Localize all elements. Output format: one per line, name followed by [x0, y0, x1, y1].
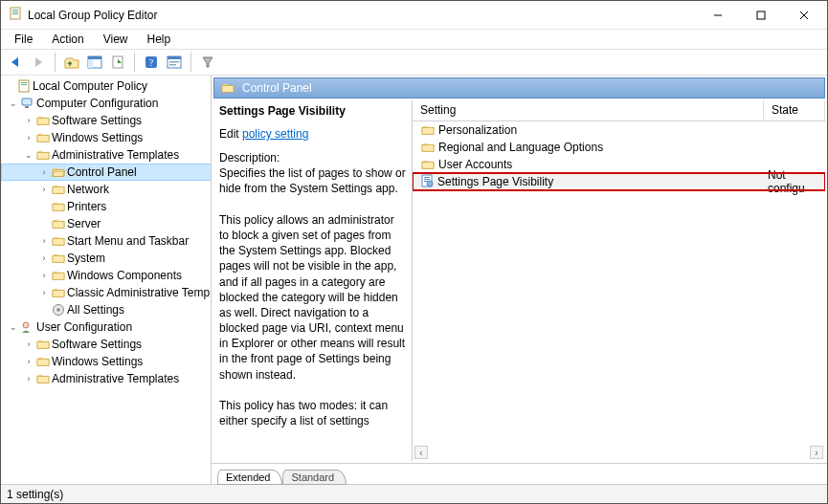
toolbar-export-button[interactable]: [107, 52, 128, 73]
user-icon: [20, 321, 34, 333]
tree-label: Network: [65, 183, 109, 196]
expand-icon[interactable]: ›: [37, 253, 51, 263]
tree-label: Windows Settings: [50, 131, 143, 144]
menu-help[interactable]: Help: [138, 31, 181, 48]
list-item-label: Personalization: [438, 123, 517, 137]
tree-label: Start Menu and Taskbar: [65, 234, 189, 248]
menu-file[interactable]: File: [5, 31, 42, 48]
toolbar-back-button[interactable]: [5, 52, 26, 73]
tree-item-admin-templates[interactable]: ⌄ Administrative Templates: [1, 146, 212, 164]
tree-label: Administrative Templates: [50, 148, 179, 162]
list-body[interactable]: Personalization Regional and Language Op…: [413, 121, 825, 461]
toolbar-show-hide-tree-button[interactable]: [84, 52, 105, 73]
scroll-right-icon[interactable]: ›: [810, 446, 823, 459]
expand-icon[interactable]: ›: [22, 116, 35, 125]
svg-rect-24: [21, 84, 27, 85]
tree-pane[interactable]: Local Computer Policy ⌄ Computer Configu…: [1, 76, 212, 484]
list-item-regional[interactable]: Regional and Language Options: [413, 139, 825, 156]
tree-item-system[interactable]: › System: [1, 250, 212, 267]
policy-icon: [16, 79, 31, 93]
tree-item-start-menu[interactable]: › Start Menu and Taskbar: [1, 232, 212, 250]
view-tabs: Extended Standard: [212, 463, 827, 484]
svg-rect-11: [88, 56, 101, 59]
folder-icon: [35, 132, 50, 143]
close-button[interactable]: [782, 2, 825, 29]
toolbar-up-button[interactable]: [61, 52, 82, 73]
expand-icon[interactable]: ›: [22, 133, 35, 142]
tree-item-all-settings[interactable]: All Settings: [1, 301, 212, 318]
tree-label: Server: [65, 217, 101, 230]
svg-point-34: [427, 181, 433, 186]
tree-item-classic-admin[interactable]: › Classic Administrative Templates: [1, 284, 212, 301]
folder-icon: [420, 159, 435, 170]
tree-label: Classic Administrative Templates: [65, 286, 212, 299]
svg-rect-18: [168, 56, 181, 59]
tree-root[interactable]: Local Computer Policy: [1, 77, 212, 95]
collapse-icon[interactable]: ⌄: [7, 99, 20, 108]
toolbar-separator: [134, 53, 135, 72]
menu-action[interactable]: Action: [42, 31, 93, 48]
expand-icon[interactable]: ›: [37, 185, 51, 194]
folder-icon: [420, 124, 435, 136]
computer-icon: [20, 98, 34, 109]
column-setting[interactable]: Setting: [413, 100, 764, 121]
tree-item-server[interactable]: Server: [1, 215, 212, 232]
tree-user-config[interactable]: ⌄ User Configuration: [1, 318, 212, 336]
svg-text:?: ?: [149, 57, 154, 68]
expand-icon[interactable]: ›: [22, 357, 35, 366]
svg-marker-21: [203, 57, 213, 67]
content-heading: Control Panel: [242, 81, 312, 95]
tree-item-windows-components[interactable]: › Windows Components: [1, 267, 212, 284]
list-item-personalization[interactable]: Personalization: [413, 121, 825, 139]
collapse-icon[interactable]: ⌄: [22, 150, 35, 160]
maximize-button[interactable]: [739, 2, 782, 29]
tree-item-windows-settings[interactable]: › Windows Settings: [1, 129, 212, 146]
content-header-band: Control Panel: [213, 77, 825, 99]
toolbar-forward-button[interactable]: [28, 52, 49, 73]
tree-computer-config[interactable]: ⌄ Computer Configuration: [1, 95, 212, 112]
horizontal-scrollbar[interactable]: ‹ ›: [414, 446, 823, 459]
svg-rect-22: [19, 80, 29, 92]
folder-open-icon: [51, 166, 65, 178]
folder-icon: [51, 201, 65, 212]
edit-policy-link[interactable]: policy setting: [242, 127, 308, 141]
tree-item-network[interactable]: › Network: [1, 181, 212, 198]
tree-label: Windows Settings: [50, 355, 143, 368]
svg-marker-9: [35, 57, 42, 67]
column-state[interactable]: State: [764, 100, 825, 121]
tab-standard[interactable]: Standard: [282, 470, 347, 485]
expand-icon[interactable]: ›: [37, 288, 51, 297]
expand-icon[interactable]: ›: [37, 236, 51, 246]
tree-item-uc-windows[interactable]: › Windows Settings: [1, 353, 212, 370]
svg-rect-32: [424, 179, 430, 180]
collapse-icon[interactable]: ⌄: [7, 322, 20, 332]
svg-marker-8: [11, 57, 18, 67]
tree-item-uc-software[interactable]: › Software Settings: [1, 336, 212, 353]
tree-label: Control Panel: [65, 165, 137, 179]
tree-label: Computer Configuration: [34, 97, 158, 110]
expand-icon[interactable]: ›: [37, 167, 51, 177]
scroll-left-icon[interactable]: ‹: [414, 446, 428, 459]
tree-item-printers[interactable]: Printers: [1, 198, 212, 215]
menu-view[interactable]: View: [94, 31, 138, 48]
expand-icon[interactable]: ›: [37, 271, 51, 280]
expand-icon[interactable]: ›: [22, 374, 35, 383]
list-item-label: User Accounts: [438, 158, 512, 171]
list-item-settings-page-visibility[interactable]: Settings Page Visibility Not configu: [413, 173, 825, 190]
tree-item-uc-admin[interactable]: › Administrative Templates: [1, 370, 212, 387]
toolbar-help-button[interactable]: ?: [141, 52, 162, 73]
toolbar-properties-button[interactable]: [164, 52, 185, 73]
svg-rect-1: [12, 10, 18, 11]
tab-extended[interactable]: Extended: [217, 470, 282, 485]
tree-label: Windows Components: [65, 269, 182, 282]
minimize-button[interactable]: [696, 2, 739, 29]
description-label: Description:: [219, 151, 280, 164]
settings-icon: [51, 303, 65, 317]
expand-icon[interactable]: ›: [22, 340, 35, 349]
folder-icon: [51, 235, 65, 247]
toolbar-filter-button[interactable]: [197, 52, 218, 73]
tree-item-control-panel[interactable]: › Control Panel: [1, 164, 212, 181]
tree-item-software-settings[interactable]: › Software Settings: [1, 112, 212, 129]
svg-rect-23: [21, 82, 27, 83]
svg-rect-26: [25, 106, 29, 108]
